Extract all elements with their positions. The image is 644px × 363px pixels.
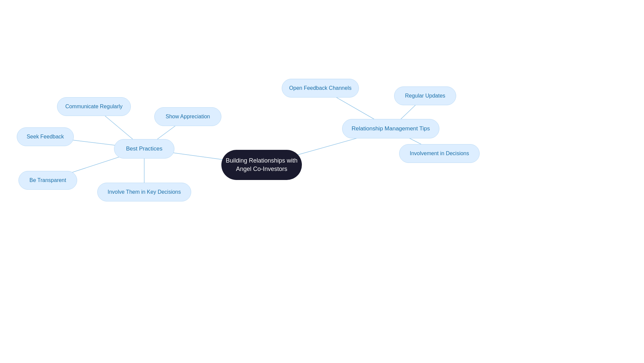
involvement-label: Involvement in Decisions [410,150,469,157]
involve-them-label: Involve Them in Key Decisions [108,189,181,195]
involvement-decisions-node[interactable]: Involvement in Decisions [399,144,480,163]
best-practices-label: Best Practices [126,145,163,152]
show-appreciation-label: Show Appreciation [166,114,210,120]
be-transparent-node[interactable]: Be Transparent [18,171,77,190]
show-appreciation-node[interactable]: Show Appreciation [154,107,221,126]
communicate-label: Communicate Regularly [65,104,123,110]
relationship-mgmt-node[interactable]: Relationship Management Tips [342,119,439,138]
open-feedback-label: Open Feedback Channels [289,85,352,91]
open-feedback-node[interactable]: Open Feedback Channels [282,79,359,98]
best-practices-node[interactable]: Best Practices [114,139,174,159]
relationship-mgmt-label: Relationship Management Tips [352,125,430,132]
be-transparent-label: Be Transparent [30,177,66,183]
communicate-regularly-node[interactable]: Communicate Regularly [57,97,131,116]
center-label: Building Relationships with Angel Co-Inv… [226,157,298,173]
involve-them-node[interactable]: Involve Them in Key Decisions [97,183,191,201]
regular-updates-label: Regular Updates [405,93,445,99]
center-node[interactable]: Building Relationships with Angel Co-Inv… [221,150,302,180]
seek-feedback-label: Seek Feedback [26,134,64,140]
regular-updates-node[interactable]: Regular Updates [394,86,456,105]
seek-feedback-node[interactable]: Seek Feedback [17,127,74,146]
